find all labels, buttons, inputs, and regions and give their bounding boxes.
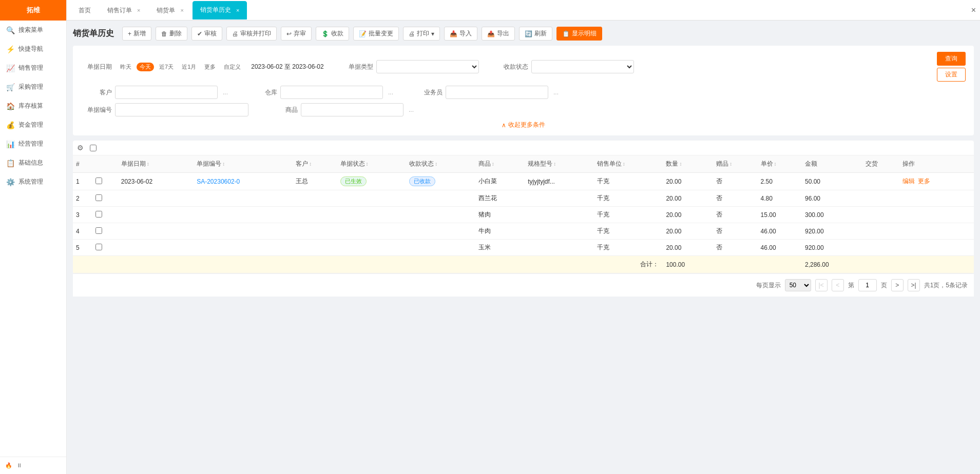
tab-sales-delivery[interactable]: 销货单 ×	[149, 1, 191, 19]
tab-close-sales-history[interactable]: ×	[236, 7, 239, 13]
sidebar-item-operation-mgmt[interactable]: 📊 经营管理	[0, 134, 66, 153]
cell-checkbox[interactable]	[92, 190, 118, 207]
cell-actions[interactable]: 编辑更多	[899, 173, 974, 190]
date-tag-today[interactable]: 今天	[137, 63, 154, 71]
table-container: ⚙ # 单据日期 单据编号 客户 单据状态 收款状态 商品 规格型号 销	[73, 141, 974, 273]
cell-doc-no[interactable]	[194, 190, 293, 207]
col-customer[interactable]: 客户	[293, 155, 337, 173]
date-tag-custom[interactable]: 自定义	[221, 63, 244, 71]
col-doc-no[interactable]: 单据编号	[194, 155, 293, 173]
staff-dots[interactable]: ...	[553, 89, 559, 96]
cell-unit-price: 46.00	[758, 240, 802, 256]
abandon-button[interactable]: ↩ 弃审	[281, 27, 312, 41]
col-gift[interactable]: 赠品	[713, 155, 757, 173]
next-page-btn[interactable]: >	[891, 279, 904, 291]
sidebar-item-search-menu[interactable]: 🔍 搜索菜单	[0, 21, 66, 40]
query-button[interactable]: 查询	[937, 52, 966, 66]
cell-unit: 千克	[594, 190, 663, 207]
doc-type-label: 单据类型	[342, 63, 373, 71]
table-settings-icon[interactable]: ⚙	[77, 144, 84, 152]
cell-customer	[293, 207, 337, 223]
sidebar-item-basic-info[interactable]: 📋 基础信息	[0, 153, 66, 172]
cell-actions[interactable]	[899, 223, 974, 240]
prev-page-btn[interactable]: <	[832, 279, 844, 291]
select-all-checkbox[interactable]	[90, 145, 97, 151]
abandon-icon: ↩	[286, 30, 292, 37]
col-doc-status[interactable]: 单据状态	[337, 155, 407, 173]
doc-type-select[interactable]	[376, 60, 479, 73]
import-button[interactable]: 📥 导入	[444, 27, 477, 41]
col-payment-status[interactable]: 收款状态	[406, 155, 475, 173]
collect-button[interactable]: 💲 收款	[316, 27, 349, 41]
sidebar-item-inventory-calc[interactable]: 🏠 库存核算	[0, 96, 66, 115]
cell-goods: 猪肉	[475, 207, 525, 223]
warehouse-input[interactable]	[280, 86, 383, 99]
table-header: # 单据日期 单据编号 客户 单据状态 收款状态 商品 规格型号 销售单位 数量…	[73, 155, 974, 173]
cell-unit: 千克	[594, 240, 663, 256]
review-button[interactable]: ✔ 审核	[191, 27, 222, 41]
review-print-button[interactable]: 🖨 审核并打印	[226, 27, 277, 41]
per-page-select[interactable]: 50 10 20 100	[785, 279, 811, 291]
new-button[interactable]: + 新增	[122, 27, 151, 41]
cell-checkbox[interactable]	[92, 173, 118, 190]
col-goods[interactable]: 商品	[475, 155, 525, 173]
collapse-btn[interactable]: ∧ 收起更多条件	[81, 121, 966, 129]
export-button[interactable]: 📤 导出	[482, 27, 515, 41]
last-page-btn[interactable]: >|	[908, 279, 920, 291]
sidebar-item-sales-mgmt[interactable]: 📈 销售管理	[0, 58, 66, 77]
cell-checkbox[interactable]	[92, 240, 118, 256]
cell-transaction	[862, 223, 899, 240]
customer-dots[interactable]: ...	[223, 89, 228, 96]
date-tag-1month[interactable]: 近1月	[179, 63, 199, 71]
batch-change-button[interactable]: 📝 批量变更	[353, 27, 399, 41]
main-area: 首页 销售订单 × 销货单 × 销货单历史 × × 销货单历史 + 新增	[67, 0, 980, 474]
page-input[interactable]	[858, 279, 877, 291]
sidebar-item-purchase-mgmt[interactable]: 🛒 采购管理	[0, 77, 66, 96]
tab-close-sales-order[interactable]: ×	[137, 7, 140, 13]
cell-doc-no[interactable]	[194, 223, 293, 240]
sales-mgmt-icon: 📈	[6, 64, 14, 72]
date-tag-yesterday[interactable]: 昨天	[117, 63, 134, 71]
window-close-icon[interactable]: ×	[971, 6, 976, 15]
cell-actions[interactable]	[899, 190, 974, 207]
date-tag-7days[interactable]: 近7天	[156, 63, 177, 71]
sidebar-item-capital-mgmt[interactable]: 💰 资金管理	[0, 115, 66, 134]
tab-sales-order[interactable]: 销售订单 ×	[100, 1, 148, 19]
tab-close-sales-delivery[interactable]: ×	[180, 7, 183, 13]
cell-doc-no[interactable]	[194, 240, 293, 256]
delete-button[interactable]: 🗑 删除	[156, 27, 187, 41]
filter-goods-item: 商品 ...	[267, 103, 414, 116]
show-detail-button[interactable]: 📋 显示明细	[556, 27, 602, 41]
payment-status-select[interactable]	[531, 60, 634, 73]
print-button[interactable]: 🖨 打印 ▾	[403, 27, 440, 41]
set-button[interactable]: 设置	[937, 68, 966, 82]
sidebar-item-quick-nav[interactable]: ⚡ 快捷导航	[0, 40, 66, 58]
cell-doc-no[interactable]: SA-20230602-0	[194, 173, 293, 190]
sidebar-fire-btn[interactable]: 🔥	[5, 462, 12, 469]
customer-input[interactable]	[115, 86, 218, 99]
staff-input[interactable]	[446, 86, 548, 99]
col-doc-date[interactable]: 单据日期	[118, 155, 194, 173]
doc-no-input[interactable]	[115, 103, 248, 116]
filter-doc-no-item: 单据编号	[81, 103, 248, 116]
col-qty[interactable]: 数量	[663, 155, 713, 173]
cell-unit: 千克	[594, 223, 663, 240]
col-unit[interactable]: 销售单位	[594, 155, 663, 173]
sidebar-pause-btn[interactable]: ⏸	[16, 462, 22, 469]
cell-checkbox[interactable]	[92, 207, 118, 223]
cell-doc-no[interactable]	[194, 207, 293, 223]
warehouse-dots[interactable]: ...	[388, 89, 393, 96]
col-unit-price[interactable]: 单价	[758, 155, 802, 173]
tab-sales-history[interactable]: 销货单历史 ×	[193, 1, 247, 19]
tab-home[interactable]: 首页	[71, 1, 99, 19]
first-page-btn[interactable]: |<	[815, 279, 828, 291]
goods-dots[interactable]: ...	[409, 106, 414, 113]
cell-actions[interactable]	[899, 207, 974, 223]
col-spec[interactable]: 规格型号	[525, 155, 594, 173]
sidebar-item-system-mgmt[interactable]: ⚙️ 系统管理	[0, 172, 66, 191]
cell-checkbox[interactable]	[92, 223, 118, 240]
refresh-button[interactable]: 🔄 刷新	[519, 27, 552, 41]
goods-input[interactable]	[301, 103, 403, 116]
cell-actions[interactable]	[899, 240, 974, 256]
date-tag-more[interactable]: 更多	[201, 63, 219, 71]
